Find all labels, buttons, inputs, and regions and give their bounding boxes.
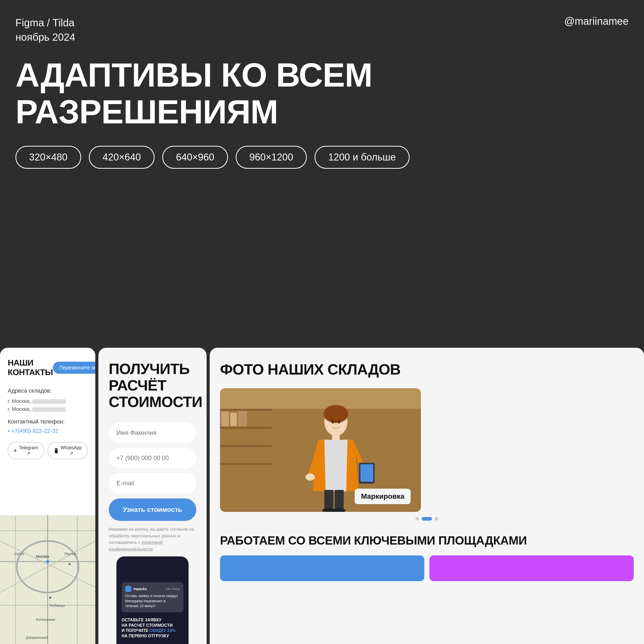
resolution-tag-5: 1200 и больше [315, 146, 410, 169]
whatsapp-icon: 📱 [53, 448, 59, 454]
phone-label: Контактный телефон: [8, 418, 88, 425]
svg-rect-22 [220, 427, 272, 429]
top-right-handle: @mariinamee [564, 15, 629, 27]
address-line-2: г. Москва, [8, 406, 88, 412]
svg-point-32 [306, 473, 315, 481]
panel-form: ПОЛУЧИТЬ РАСЧЁТ СТОИМОСТИ Узнать стоимос… [98, 348, 207, 644]
warehouse-photo: Маркировка [220, 388, 421, 512]
svg-text:Саттл: Саттл [14, 552, 24, 556]
svg-rect-27 [238, 411, 247, 426]
svg-point-17 [69, 563, 71, 565]
svg-rect-25 [221, 411, 229, 426]
panels-container: НАШИ КОНТАКТЫ Перезвоните мне Адреса скл… [0, 348, 644, 644]
address-line-1: г. Москва, [8, 398, 88, 404]
panel-contacts: НАШИ КОНТАКТЫ Перезвоните мне Адреса скл… [0, 348, 95, 644]
whatsapp-label: WhatsApp ↗ [61, 445, 82, 456]
svg-rect-30 [326, 410, 346, 418]
address-label: Адреса складов: [8, 387, 88, 394]
resolution-tag-4: 960×1200 [236, 146, 307, 169]
svg-point-18 [49, 597, 51, 599]
name-input[interactable] [109, 423, 196, 443]
phone-number: • +7(495) 822-22-32 [8, 428, 88, 434]
svg-rect-26 [230, 413, 237, 426]
notification-header: Inpacks 30м назад [125, 586, 180, 592]
notification-text-2: Менеджер перезвонит в течение 15 минут! [125, 599, 180, 609]
map-svg: Москва Реутов Саттл Люберцы Котельники Д… [0, 515, 95, 644]
dot-3 [435, 517, 438, 521]
svg-point-41 [337, 420, 341, 423]
telegram-button[interactable]: ✈ Telegram ↗ [8, 442, 44, 459]
platform-button-2[interactable] [429, 555, 634, 581]
callback-button[interactable]: Перезвоните мне [53, 362, 95, 374]
contacts-header: НАШИ КОНТАКТЫ Перезвоните мне [8, 358, 88, 377]
svg-rect-37 [335, 490, 344, 511]
notification-app: Inpacks [133, 587, 147, 591]
svg-point-16 [46, 560, 49, 563]
submit-button[interactable]: Узнать стоимость [109, 498, 196, 521]
svg-text:Дзержинский: Дзержинский [26, 635, 48, 640]
whatsapp-button[interactable]: 📱 WhatsApp ↗ [48, 442, 88, 459]
svg-text:Москва: Москва [36, 554, 49, 558]
form-title: ПОЛУЧИТЬ РАСЧЁТ СТОИМОСТИ [109, 361, 196, 410]
platform-button-1[interactable] [220, 555, 424, 581]
svg-rect-35 [360, 464, 373, 482]
photos-title: ФОТО НАШИХ СКЛАДОВ [220, 361, 634, 378]
platforms-title: РАБОТАЕМ СО ВСЕМИ КЛЮЧЕВЫМИ ПЛОЩАДКАМИ [220, 533, 634, 548]
resolution-tag-1: 320×480 [15, 146, 81, 169]
social-buttons: ✈ Telegram ↗ 📱 WhatsApp ↗ [8, 442, 88, 459]
notification-text-1: Оставь заявку и получи скидку! [125, 594, 180, 599]
telegram-label: Telegram ↗ [19, 445, 38, 456]
svg-text:Люберцы: Люберцы [49, 603, 65, 607]
telegram-icon: ✈ [13, 448, 17, 454]
phone-notification: Inpacks 30м назад Оставь заявку и получи… [122, 582, 183, 612]
svg-rect-24 [220, 463, 272, 465]
hero-section: АДАПТИВЫ КО ВСЕМ РАЗРЕШЕНИЯМ 320×480 420… [15, 57, 629, 169]
phone-input[interactable] [109, 448, 196, 468]
notification-time: 30м назад [165, 587, 180, 591]
svg-text:Реутов: Реутов [64, 552, 76, 556]
photo-dots [220, 517, 634, 521]
dot-2-active [422, 517, 432, 521]
svg-rect-23 [220, 445, 272, 447]
resolution-tag-3: 640×960 [162, 146, 228, 169]
top-header: Figma / Tilda ноябрь 2024 @mariinamee [15, 15, 629, 44]
svg-point-40 [331, 420, 334, 423]
platform-buttons [220, 555, 634, 581]
panel-photos: ФОТО НАШИХ СКЛАДОВ [210, 348, 644, 644]
top-left-line2: ноябрь 2024 [15, 30, 75, 44]
hero-title: АДАПТИВЫ КО ВСЕМ РАЗРЕШЕНИЯМ [15, 57, 629, 130]
notification-icon [125, 586, 131, 592]
svg-rect-21 [220, 409, 272, 411]
top-left-info: Figma / Tilda ноябрь 2024 [15, 15, 75, 44]
dot-1 [416, 517, 419, 521]
resolution-tags: 320×480 420×640 640×960 960×1200 1200 и … [15, 146, 629, 169]
svg-text:Котельники: Котельники [36, 617, 55, 622]
top-left-line1: Figma / Tilda [15, 15, 75, 30]
email-input[interactable] [109, 473, 196, 493]
phone-mockup: Inpacks 30м назад Оставь заявку и получи… [116, 556, 189, 644]
map-area: Москва Реутов Саттл Люберцы Котельники Д… [0, 515, 95, 644]
phone-cta-text: ОСТАВЬТЕ ЗАЯВКУ НА РАСЧЕТ СТОИМОСТИ И ПО… [122, 617, 183, 639]
resolution-tag-2: 420×640 [89, 146, 155, 169]
svg-rect-36 [324, 490, 333, 511]
privacy-text: Нажимая на кнопку, вы даёте согласие на … [109, 526, 196, 552]
contacts-title: НАШИ КОНТАКТЫ [8, 358, 53, 377]
marking-badge: Маркировка [355, 489, 411, 504]
